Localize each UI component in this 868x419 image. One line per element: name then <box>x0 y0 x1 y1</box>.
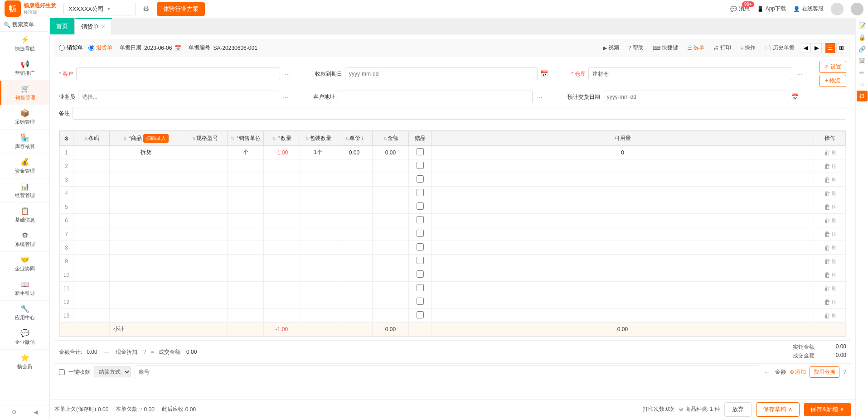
copy-row-5[interactable]: ⎘ <box>832 204 835 210</box>
account-no-input[interactable] <box>135 366 759 378</box>
settings-gear-button[interactable]: ⚙ <box>140 3 152 15</box>
delete-row-10[interactable]: 🗑 <box>824 271 830 279</box>
sidebar-gear-icon[interactable]: ⚙ <box>12 409 17 415</box>
gift-checkbox-8[interactable] <box>417 243 424 250</box>
sales-order-radio[interactable]: 销货单 <box>59 44 83 52</box>
cash-discount-help[interactable]: ? <box>143 349 146 355</box>
logistics-button[interactable]: + 物流 <box>820 75 846 87</box>
copy-row-11[interactable]: ⎘ <box>832 285 835 292</box>
warehouse-input[interactable] <box>588 67 792 80</box>
gift-checkbox-3[interactable] <box>417 175 424 183</box>
copy-row-8[interactable]: ⎘ <box>832 245 835 251</box>
short-help-icon[interactable]: ? <box>139 407 142 412</box>
sidebar-item-wechat[interactable]: 💬 企业微信 <box>0 325 49 350</box>
sidebar-item-system[interactable]: ⚙ 系统管理 <box>0 227 49 252</box>
settlement-method-select[interactable]: 结算方式 <box>94 366 131 377</box>
grid-view-btn[interactable]: ⊞ <box>836 43 846 53</box>
sidebar-item-inventory[interactable]: 🏪 库存核算 <box>0 130 49 154</box>
copy-row-4[interactable]: ⎘ <box>832 190 835 197</box>
scan-button[interactable]: 扫码录入 <box>143 134 169 143</box>
spec-cell-1[interactable] <box>182 146 228 159</box>
shortcut-button[interactable]: ⌨ 快捷键 <box>650 43 681 53</box>
payment-date-calendar-icon[interactable]: 📅 <box>540 70 548 77</box>
payment-date-input[interactable] <box>345 67 538 80</box>
right-tool-edit[interactable]: ✏ <box>857 67 868 78</box>
delete-row-13[interactable]: 🗑 <box>824 312 830 319</box>
trial-button[interactable]: 体验行业方案 <box>157 2 205 16</box>
unit-price-cell-1[interactable]: 0.00 <box>336 146 373 159</box>
history-button[interactable]: 📄 历史单据 <box>762 43 797 53</box>
sidebar-item-quick-nav[interactable]: ⚡ 快捷导航 <box>0 32 49 56</box>
th-unit-price[interactable]: ⇅单价 ℹ <box>336 131 373 146</box>
draft-button[interactable]: 保存草稿 ∧ <box>756 402 800 417</box>
delete-row-9[interactable]: 🗑 <box>824 258 830 265</box>
salesperson-ellipsis[interactable]: ··· <box>281 93 290 101</box>
select-order-button[interactable]: ☰ 选单 <box>684 43 707 53</box>
right-tool-image[interactable]: 🖼 <box>857 55 868 66</box>
copy-row-2[interactable]: ⎘ <box>832 163 835 169</box>
copy-row-6[interactable]: ⎘ <box>832 217 835 224</box>
th-barcode[interactable]: ⇅条码 <box>73 131 110 146</box>
delete-row-2[interactable]: 🗑 <box>824 163 830 170</box>
sidebar-item-operation[interactable]: 📊 经营管理 <box>0 178 49 203</box>
sales-radio-input[interactable] <box>59 45 65 51</box>
gift-checkbox-5[interactable] <box>417 202 424 210</box>
copy-row-7[interactable]: ⎘ <box>832 231 835 237</box>
delete-row-1[interactable]: 🗑 <box>824 149 830 156</box>
copy-row-10[interactable]: ⎘ <box>832 272 835 278</box>
delete-row-6[interactable]: 🗑 <box>824 217 830 224</box>
delete-row-3[interactable]: 🗑 <box>824 176 830 183</box>
gift-cell-1[interactable] <box>409 146 432 159</box>
action-button[interactable]: ≡ 操作 <box>737 43 758 53</box>
expected-date-calendar-icon[interactable]: 📅 <box>791 93 799 101</box>
right-tool-star[interactable]: ☆ <box>857 79 868 90</box>
qty-cell-1[interactable]: -1.00 <box>264 146 300 159</box>
gift-checkbox-2[interactable] <box>417 162 424 169</box>
gift-checkbox-9[interactable] <box>417 257 424 264</box>
settings-button[interactable]: ⊙ 设置 <box>820 61 846 73</box>
gift-checkbox-10[interactable] <box>417 270 424 278</box>
delete-row-8[interactable]: 🗑 <box>824 244 830 251</box>
gift-checkbox-13[interactable] <box>417 311 424 318</box>
gift-checkbox-12[interactable] <box>417 298 424 305</box>
customer-ellipsis[interactable]: ··· <box>283 70 292 77</box>
th-amount[interactable]: ⇅金额 <box>373 131 409 146</box>
sidebar-item-finance[interactable]: 💰 资金管理 <box>0 154 49 178</box>
gift-checkbox-11[interactable] <box>417 284 424 291</box>
video-button[interactable]: ▶ 视频 <box>600 43 622 53</box>
delete-row-12[interactable]: 🗑 <box>824 299 830 306</box>
return-radio-input[interactable] <box>88 45 94 51</box>
prev-arrow[interactable]: ◀ <box>801 43 811 53</box>
gift-checkbox-4[interactable] <box>417 189 424 196</box>
list-view-btn[interactable]: ☰ <box>825 43 835 53</box>
th-settings[interactable]: ⚙ <box>60 131 73 146</box>
company-selector[interactable]: XXXXXX公司 ▼ <box>63 3 136 15</box>
return-order-radio[interactable]: 退货单 <box>88 44 112 52</box>
barcode-cell-1[interactable] <box>73 146 110 159</box>
save-new-button[interactable]: 保存&新增 ∧ <box>804 403 851 416</box>
warehouse-ellipsis[interactable]: ··· <box>795 70 804 77</box>
sidebar-collapse-icon[interactable]: ◀ <box>34 409 38 415</box>
notes-input[interactable] <box>73 107 846 120</box>
pkg-qty-cell-1[interactable]: 1个 <box>300 146 336 159</box>
sidebar-item-corp[interactable]: 🤝 企业协同 <box>0 252 49 276</box>
unit-cell-1[interactable]: 个 <box>228 146 264 159</box>
sidebar-search[interactable]: 🔍 搜索菜单 <box>0 18 49 32</box>
customer-addr-input[interactable] <box>338 91 533 103</box>
sidebar-item-member[interactable]: ⭐ 畅会员 <box>0 350 49 374</box>
tab-home[interactable]: 首页 <box>50 18 75 34</box>
right-tool-lock[interactable]: 🔒 <box>857 32 868 43</box>
goods-cell-1[interactable]: 拆货 <box>110 146 182 159</box>
th-qty[interactable]: ⇅ *数量 <box>264 131 300 146</box>
copy-row-9[interactable]: ⎘ <box>832 258 835 265</box>
delete-row-11[interactable]: 🗑 <box>824 285 830 292</box>
fee-split-button[interactable]: 费用分摊 <box>810 366 839 378</box>
th-spec[interactable]: ⇅规格型号 <box>182 131 228 146</box>
sidebar-item-sales[interactable]: 🛒 销售管理 <box>0 81 49 105</box>
customer-input[interactable] <box>76 67 280 80</box>
copy-row-13[interactable]: ⎘ <box>832 313 835 319</box>
th-goods[interactable]: ⇅ *商品 扫码录入 <box>110 131 182 146</box>
help-button[interactable]: ? 帮助 <box>626 43 646 53</box>
right-tool-scan[interactable]: 扫 <box>857 91 868 101</box>
th-available[interactable]: 可用量 <box>432 131 814 146</box>
